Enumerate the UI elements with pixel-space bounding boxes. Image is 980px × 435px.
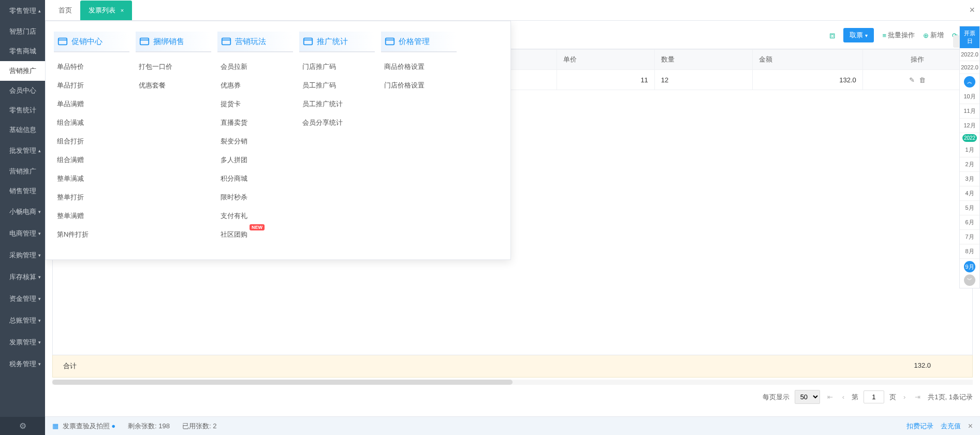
mega-link[interactable]: 整单满赠	[54, 207, 129, 225]
mega-link[interactable]: 会员拉新	[217, 57, 293, 76]
mega-heading: 捆绑销售	[136, 32, 211, 52]
sidebar-item[interactable]: 基础信息	[0, 120, 45, 140]
page-next[interactable]: ›	[901, 393, 908, 401]
scroll-down-icon[interactable]: ︾	[964, 274, 975, 286]
mega-link[interactable]: 第N件打折	[54, 225, 129, 244]
month-item[interactable]: 10月	[960, 90, 979, 104]
page-first[interactable]: ⇤	[825, 393, 835, 401]
tabs-bar: 首页 发票列表 × ×	[45, 0, 980, 21]
mega-link[interactable]: 组合满减	[54, 113, 129, 132]
month-item[interactable]: 5月	[960, 201, 979, 215]
sidebar-settings[interactable]: ⚙	[0, 417, 45, 435]
tab-invoice-list[interactable]: 发票列表 ×	[80, 1, 132, 20]
horizontal-scrollbar[interactable]	[52, 380, 973, 385]
scroll-up-icon[interactable]: ︽	[964, 76, 975, 88]
sidebar-group[interactable]: 小畅电商	[0, 201, 45, 223]
statusbar-close[interactable]: ×	[968, 422, 973, 431]
mega-link[interactable]: 单品打折	[54, 76, 129, 95]
mega-link[interactable]: 裂变分销	[217, 132, 293, 151]
mega-link[interactable]: 门店推广码	[299, 57, 375, 76]
mega-link[interactable]: 组合打折	[54, 132, 129, 151]
totals-amount: 132.0	[914, 361, 962, 371]
page-input[interactable]	[864, 390, 884, 403]
mega-link[interactable]: 单品特价	[54, 57, 129, 76]
month-item[interactable]: 4月	[960, 186, 979, 201]
sidebar-group[interactable]: 零售管理	[0, 0, 45, 22]
month-item[interactable]: 8月	[960, 244, 979, 259]
mega-menu: 促销中心单品特价单品打折单品满赠组合满减组合打折组合满赠整单满减整单打折整单满赠…	[45, 21, 511, 260]
sidebar-group[interactable]: 库存核算	[0, 266, 45, 288]
mega-link[interactable]: 整单满减	[54, 169, 129, 188]
mega-link[interactable]: 积分商城	[217, 169, 293, 188]
right-panel-handle[interactable]	[953, 35, 959, 48]
mega-link[interactable]: 支付有礼	[217, 207, 293, 225]
mega-link[interactable]: 直播卖货	[217, 113, 293, 132]
used-count: 已用张数: 2	[182, 422, 216, 431]
page-prev[interactable]: ‹	[840, 393, 846, 401]
mega-link[interactable]: 多人拼团	[217, 151, 293, 169]
mega-link[interactable]: 限时秒杀	[217, 188, 293, 207]
qr-icon[interactable]: ⧈	[829, 30, 835, 41]
sidebar-item[interactable]: 零售统计	[0, 100, 45, 120]
month-item-active[interactable]: 9月	[964, 261, 975, 272]
mega-link[interactable]: 员工推广码	[299, 76, 375, 95]
sidebar-group[interactable]: 电商管理	[0, 223, 45, 244]
invoice-check[interactable]: ▦ 发票查验及拍照 ●	[52, 422, 115, 431]
sidebar-item[interactable]: 销售管理	[0, 181, 45, 201]
batch-button[interactable]: ≡批量操作	[882, 31, 915, 40]
sidebar-group[interactable]: 采购管理	[0, 244, 45, 266]
date-row[interactable]: 2022.0	[960, 61, 979, 74]
sidebar-item[interactable]: 智慧门店	[0, 22, 45, 41]
sidebar-item[interactable]: 零售商城	[0, 41, 45, 61]
recharge-link[interactable]: 去充值	[941, 422, 961, 431]
sidebar-item[interactable]: 营销推广	[0, 162, 45, 181]
mega-link[interactable]: 提货卡	[217, 95, 293, 113]
date-row[interactable]: 2022.0	[960, 48, 979, 61]
mega-link[interactable]: 组合满赠	[54, 151, 129, 169]
mega-link[interactable]: 优惠套餐	[136, 76, 211, 95]
fetch-button[interactable]: 取票 ▾	[843, 28, 874, 42]
sidebar-group[interactable]: 总账管理	[0, 310, 45, 331]
sidebar-item[interactable]: 会员中心	[0, 81, 45, 100]
col-amount: 金额	[752, 50, 862, 70]
page-last[interactable]: ⇥	[913, 393, 923, 401]
month-item[interactable]: 1月	[960, 143, 979, 157]
mega-link[interactable]: 员工推广统计	[299, 95, 375, 113]
close-icon[interactable]: ×	[121, 7, 124, 13]
mega-link[interactable]: 社区团购NEW	[217, 225, 293, 244]
mega-link[interactable]: 门店价格设置	[381, 76, 457, 95]
mega-heading: 促销中心	[54, 32, 129, 52]
svg-rect-2	[222, 38, 231, 45]
mega-link[interactable]: 会员分享统计	[299, 113, 375, 132]
add-button[interactable]: ⊕新增	[923, 31, 944, 40]
col-ops: 操作	[862, 50, 972, 70]
month-item[interactable]: 12月	[960, 119, 979, 133]
tab-home[interactable]: 首页	[50, 1, 80, 20]
month-item[interactable]: 11月	[960, 104, 979, 119]
invoice-date-button[interactable]: 开票日	[960, 26, 979, 48]
sidebar-group[interactable]: 发票管理	[0, 331, 45, 353]
month-item[interactable]: 3月	[960, 172, 979, 186]
month-item[interactable]: 7月	[960, 230, 979, 244]
tabs-close-all[interactable]: ×	[969, 5, 975, 16]
month-item[interactable]: 2月	[960, 157, 979, 172]
list-icon: ≡	[882, 32, 886, 39]
remaining-count: 剩余张数: 198	[128, 422, 170, 431]
edit-icon[interactable]: ✎	[909, 76, 915, 84]
month-item[interactable]: 6月	[960, 215, 979, 230]
svg-rect-1	[140, 38, 149, 45]
sidebar-group[interactable]: 税务管理	[0, 353, 45, 375]
per-page-select[interactable]: 50	[795, 390, 820, 404]
mega-link[interactable]: 单品满赠	[54, 95, 129, 113]
mega-link[interactable]: 优惠券	[217, 76, 293, 95]
mega-link[interactable]: 打包一口价	[136, 57, 211, 76]
sidebar-group[interactable]: 批发管理	[0, 140, 45, 162]
delete-icon[interactable]: 🗑	[919, 76, 926, 84]
mega-link[interactable]: 整单打折	[54, 188, 129, 207]
sidebar-group[interactable]: 资金管理	[0, 288, 45, 310]
mega-link[interactable]: 商品价格设置	[381, 57, 457, 76]
sidebar: 零售管理智慧门店零售商城营销推广会员中心零售统计基础信息批发管理营销推广销售管理…	[0, 0, 45, 435]
plus-icon: ⊕	[923, 32, 929, 39]
sidebar-item[interactable]: 营销推广	[0, 61, 45, 81]
deduct-link[interactable]: 扣费记录	[906, 422, 933, 431]
